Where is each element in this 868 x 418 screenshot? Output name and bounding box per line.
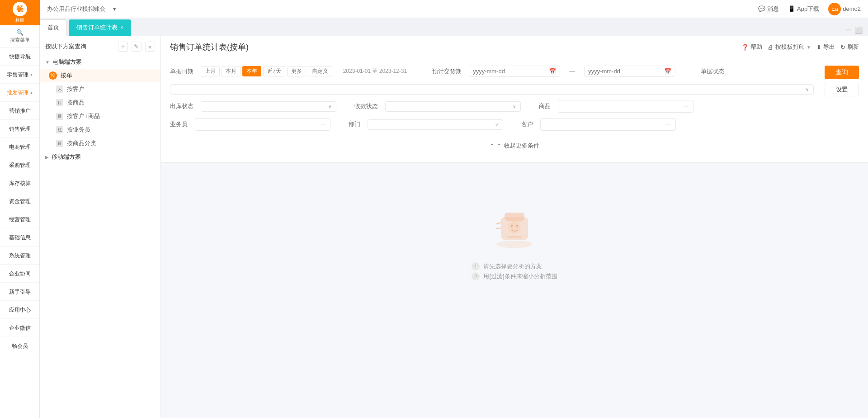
date-btn-more[interactable]: 更多 <box>287 66 306 76</box>
calendar-icon-2[interactable]: 📅 <box>664 68 671 75</box>
expected-delivery-label: 预计交货期 <box>432 67 462 76</box>
date-btn-last-month[interactable]: 上月 <box>201 66 220 76</box>
payment-status-arrow: ∨ <box>513 104 516 109</box>
collapse-filters-button[interactable]: ⌃ ⌃ 收起更多条件 <box>170 142 859 150</box>
sidebar-item-finance[interactable]: 资金管理 <box>0 192 39 210</box>
date-btn-this-year[interactable]: 本年 <box>242 66 261 76</box>
sidebar-item-collaboration[interactable]: 企业协同 <box>0 265 39 283</box>
department-arrow: ∨ <box>495 122 498 127</box>
sidebar-item-retail[interactable]: 零售管理 ▾ <box>0 66 39 84</box>
sidebar-item-sales[interactable]: 销售管理 <box>0 120 39 138</box>
user-avatar: Ea <box>828 3 841 15</box>
date-btn-this-month[interactable]: 本月 <box>222 66 241 76</box>
tree-mobile-section[interactable]: ▶ 移动端方案 <box>40 150 160 164</box>
sidebar-item-app-center[interactable]: 应用中心 <box>0 301 39 319</box>
add-scheme-button[interactable]: + <box>118 42 128 52</box>
message-label: 消息 <box>767 5 779 13</box>
delivery-status-select[interactable]: ∨ <box>201 101 336 112</box>
sidebar-item-quick-nav[interactable]: 快捷导航 <box>0 48 39 66</box>
page-title-actions: ❓ 帮助 🖨 按模板打印 ▼ ⬇ 导出 ↻ 刷新 <box>741 43 859 51</box>
tree-node-by-order[interactable]: 按 按单 <box>40 69 160 82</box>
window-maximize-icon[interactable]: ⬜ <box>855 27 863 34</box>
goods-label: 商品 <box>539 102 551 110</box>
tree-node-by-goods[interactable]: 目 按商品 <box>40 96 160 109</box>
salesperson-input[interactable]: ··· <box>195 118 330 131</box>
sidebar-item-inventory[interactable]: 库存核算 <box>0 174 39 192</box>
search-icon: 🔍 <box>16 29 24 36</box>
left-panel-title: 按以下方案查询 <box>45 43 114 51</box>
collapse-label: 收起更多条件 <box>504 142 539 150</box>
edit-scheme-button[interactable]: ✎ <box>132 42 142 52</box>
app-title: 办公用品行业模拟账套 <box>47 5 106 13</box>
tree-mobile-label: 移动端方案 <box>52 153 81 161</box>
sidebar-item-membership[interactable]: 畅会员 <box>0 337 39 355</box>
customer-dots-icon[interactable]: ··· <box>665 121 671 128</box>
filter-area: 单据日期 上月 本月 本年 近7天 更多 自定义 2023-01-01 至 20… <box>161 58 868 163</box>
sidebar-item-system[interactable]: 系统管理 <box>0 247 39 265</box>
sidebar-item-wecom[interactable]: 企业微信 <box>0 319 39 337</box>
sidebar-item-wholesale[interactable]: 批发管理 ▴ <box>0 84 39 102</box>
expected-delivery-end[interactable]: 📅 <box>584 66 675 77</box>
tab-close-icon[interactable]: × <box>120 24 123 31</box>
setting-button[interactable]: 设置 <box>825 83 859 96</box>
export-icon: ⬇ <box>816 44 821 51</box>
department-label: 部门 <box>349 120 360 128</box>
top-bar: 办公用品行业模拟账套 ▾ 💬 消息 📱 App下载 Ea demo2 <box>40 0 868 18</box>
tree-node-by-goods-category[interactable]: 目 按商品分类 <box>40 137 160 150</box>
print-button[interactable]: 🖨 按模板打印 ▼ <box>768 43 811 51</box>
goods-input[interactable]: ··· <box>558 100 693 113</box>
sidebar-item-marketing[interactable]: 营销推广 <box>0 102 39 120</box>
print-dropdown-icon[interactable]: ▼ <box>807 45 811 50</box>
action-buttons: 查询 设置 <box>825 66 859 96</box>
tree-node-by-customer-goods[interactable]: 目 按客户+商品 <box>40 109 160 123</box>
content-area: 按以下方案查询 + ✎ « ▼ 电脑端方案 按 按单 人 按客户 目 <box>40 36 868 418</box>
payment-status-select[interactable]: ∨ <box>385 101 521 112</box>
query-button[interactable]: 查询 <box>825 66 859 79</box>
help-label: 帮助 <box>750 43 762 51</box>
tab-bar: 首页 销售订单统计表 × ─ ⬜ <box>40 18 868 36</box>
refresh-button[interactable]: ↻ 刷新 <box>840 43 859 51</box>
window-minimize-icon[interactable]: ─ <box>846 26 851 34</box>
message-button[interactable]: 💬 消息 <box>758 5 779 13</box>
customer-input[interactable]: ··· <box>540 118 676 131</box>
sidebar-item-operations[interactable]: 经营管理 <box>0 210 39 228</box>
sidebar-logo[interactable]: 畅 标版 <box>0 0 40 25</box>
tree-node-by-customer[interactable]: 人 按客户 <box>40 82 160 96</box>
sidebar-item-search-menu[interactable]: 🔍 搜索菜单 <box>0 25 39 48</box>
help-button[interactable]: ❓ 帮助 <box>741 43 762 51</box>
salesperson-dots-icon[interactable]: ··· <box>320 121 326 128</box>
tab-sales-order-stats[interactable]: 销售订单统计表 × <box>69 19 131 36</box>
date-btn-custom[interactable]: 自定义 <box>308 66 332 76</box>
collapse-panel-button[interactable]: « <box>145 42 155 52</box>
delivery-end-input[interactable] <box>588 68 664 75</box>
page-title-bar: 销售订单统计表(按单) ❓ 帮助 🖨 按模板打印 ▼ ⬇ 导出 <box>161 36 868 58</box>
tree-pc-section[interactable]: ▼ 电脑端方案 <box>40 55 160 69</box>
sidebar-search-label: 搜索菜单 <box>10 37 30 43</box>
top-bar-right: 💬 消息 📱 App下载 Ea demo2 <box>758 3 861 15</box>
calendar-icon-1[interactable]: 📅 <box>549 68 556 75</box>
by-goods-label: 按商品 <box>67 99 85 107</box>
goods-dots-icon[interactable]: ··· <box>683 103 689 110</box>
sidebar-item-purchase[interactable]: 采购管理 <box>0 156 39 174</box>
date-btn-7days[interactable]: 近7天 <box>263 66 285 76</box>
delivery-status-arrow: ∨ <box>328 104 331 109</box>
sidebar: 畅 标版 🔍 搜索菜单 快捷导航 零售管理 ▾ 批发管理 ▴ 营销推广 销售管理… <box>0 0 40 418</box>
by-goods-category-icon: 目 <box>56 140 63 147</box>
order-status-select[interactable]: ∨ <box>170 84 814 95</box>
app-download-button[interactable]: 📱 App下载 <box>788 5 819 13</box>
expected-delivery-start[interactable]: 📅 <box>469 66 560 77</box>
title-dropdown[interactable]: ▾ <box>113 5 116 12</box>
delivery-status-label: 出库状态 <box>170 102 193 110</box>
by-order-label: 按单 <box>61 71 72 80</box>
export-button[interactable]: ⬇ 导出 <box>816 43 835 51</box>
sidebar-item-ecommerce[interactable]: 电商管理 <box>0 138 39 156</box>
sidebar-item-basic-info[interactable]: 基础信息 <box>0 228 39 247</box>
tree-node-by-salesperson[interactable]: 柱 按业务员 <box>40 123 160 137</box>
user-menu[interactable]: Ea demo2 <box>828 3 861 15</box>
tab-home[interactable]: 首页 <box>40 19 67 36</box>
sidebar-item-guide[interactable]: 新手引导 <box>0 283 39 301</box>
department-select[interactable]: ∨ <box>368 119 503 130</box>
delivery-start-input[interactable] <box>473 68 549 75</box>
by-customer-label: 按客户 <box>67 85 85 93</box>
empty-state: 1 请先选择要分析的方案 2 用[过滤]条件来缩小分析范围 <box>161 163 868 318</box>
